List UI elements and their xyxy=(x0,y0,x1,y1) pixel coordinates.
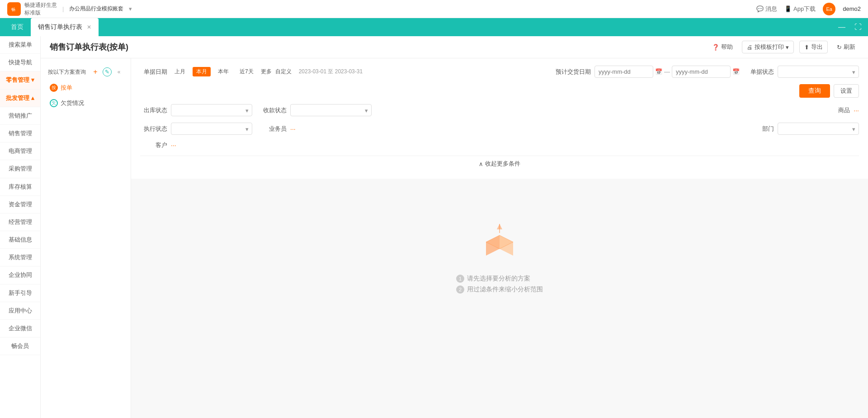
date-start-input[interactable] xyxy=(594,66,653,78)
salesperson-label: 业务员 xyxy=(259,125,287,133)
download-icon: 📱 xyxy=(784,5,792,12)
status-select[interactable] xyxy=(778,66,859,78)
filter-salesperson: 业务员 ··· xyxy=(259,125,296,133)
export-icon: ⬆ xyxy=(804,44,809,51)
date-last-month[interactable]: 上月 xyxy=(171,67,189,76)
date-custom-link[interactable]: 自定义 xyxy=(275,68,292,76)
delivery-status-select-wrapper xyxy=(171,104,252,116)
print-icon: 🖨 xyxy=(747,44,753,51)
date-end-input[interactable] xyxy=(672,66,731,78)
product-picker-button[interactable]: ··· xyxy=(854,107,859,114)
top-bar: 畅 畅捷通好生意 标准版 | 办公用品行业模拟账套 ▾ 💬 消息 📱 App下载… xyxy=(0,0,868,18)
filter-customer: 客户 ··· xyxy=(140,141,176,149)
sidebar-item-finance[interactable]: 资金管理 xyxy=(0,196,40,214)
filter-date-range-info: 2023-03-01 至 2023-03-31 xyxy=(299,68,363,76)
date-last7[interactable]: 近7天 xyxy=(236,67,257,76)
action-buttons: 查询 设置 xyxy=(140,84,859,98)
sidebar-item-inventory[interactable]: 库存核算 xyxy=(0,178,40,196)
customer-picker-button[interactable]: ··· xyxy=(171,142,176,149)
sidebar-item-newbie[interactable]: 新手引导 xyxy=(0,285,40,302)
query-button[interactable]: 查询 xyxy=(799,84,830,98)
sidebar-item-marketing[interactable]: 营销推广 xyxy=(0,107,40,125)
date-more-link[interactable]: 更多 xyxy=(261,68,272,76)
receipt-status-label: 收款状态 xyxy=(259,106,287,114)
date-this-year[interactable]: 本年 xyxy=(214,67,232,76)
sidebar-item-wholesale[interactable]: 批发管理 ▴ xyxy=(0,90,40,107)
sidebar-item-system[interactable]: 系统管理 xyxy=(0,249,40,266)
sidebar-item-enterprise[interactable]: 企业协同 xyxy=(0,266,40,284)
breadcrumb-arrow-icon[interactable]: ▾ xyxy=(129,5,132,12)
sidebar-item-sales[interactable]: 销售管理 xyxy=(0,125,40,142)
empty-step-1: 1 请先选择要分析的方案 xyxy=(456,275,543,283)
tab-maximize-button[interactable]: ⛶ xyxy=(852,21,864,33)
debt-icon: 欠 xyxy=(50,99,58,107)
status-label: 单据状态 xyxy=(747,68,774,76)
refresh-button[interactable]: ↻ 刷新 xyxy=(833,41,859,53)
page-actions: ❓ 帮助 🖨 按模板打印 ▾ ⬆ 导出 ↻ 刷新 xyxy=(708,41,859,53)
print-button[interactable]: 🖨 按模板打印 ▾ xyxy=(742,41,794,53)
edit-scheme-button[interactable]: ✎ xyxy=(103,67,112,76)
salesperson-picker-button[interactable]: ··· xyxy=(290,125,296,133)
sidebar-item-basic[interactable]: 基础信息 xyxy=(0,231,40,249)
tab-sales-order[interactable]: 销售订单执行表 ✕ xyxy=(31,18,99,36)
collapse-panel-button[interactable]: « xyxy=(114,67,123,76)
sidebar-item-wechat[interactable]: 企业微信 xyxy=(0,320,40,337)
svg-marker-7 xyxy=(497,224,502,229)
breadcrumb: 办公用品行业模拟账套 xyxy=(69,5,123,13)
sidebar-item-retail[interactable]: 零售管理 ▾ xyxy=(0,71,40,89)
collapse-filter-button[interactable]: ∧ 收起更多条件 xyxy=(140,156,859,171)
date-this-month[interactable]: 本月 xyxy=(193,67,211,76)
app-download-label: App下载 xyxy=(793,5,816,13)
content-area: 按以下方案查询 + ✎ « 按 按单 欠 欠货情况 xyxy=(41,58,868,418)
page-title: 销售订单执行表(按单) xyxy=(50,42,128,52)
expected-delivery-label: 预计交货日期 xyxy=(556,68,591,76)
tab-close-icon[interactable]: ✕ xyxy=(87,24,91,30)
filter-delivery-status: 出库状态 xyxy=(140,104,252,116)
retail-arrow-icon: ▾ xyxy=(31,76,34,84)
scheme-by-order[interactable]: 按 按单 xyxy=(41,80,131,95)
date-label: 单据日期 xyxy=(140,68,167,76)
exec-status-select[interactable] xyxy=(171,123,252,135)
breadcrumb-separator: | xyxy=(62,5,64,12)
export-button[interactable]: ⬆ 导出 xyxy=(799,41,828,53)
filter-status: 单据状态 xyxy=(747,66,859,78)
calendar-end-icon[interactable]: 📅 xyxy=(732,68,740,75)
status-select-wrapper xyxy=(778,66,859,78)
sidebar-item-member[interactable]: 畅会员 xyxy=(0,337,40,355)
message-button[interactable]: 💬 消息 xyxy=(756,5,777,13)
date-range-picker: 📅 — 📅 xyxy=(594,66,740,78)
help-button[interactable]: ❓ 帮助 xyxy=(708,41,736,53)
calendar-start-icon[interactable]: 📅 xyxy=(655,68,662,75)
tab-bar-actions: — ⛶ xyxy=(835,21,864,33)
filter-container: 单据日期 上月 本月 本年 近7天 更多 自定义 2023-03-01 至 20… xyxy=(131,58,868,179)
sidebar-item-operations[interactable]: 经营管理 xyxy=(0,214,40,231)
refresh-icon: ↻ xyxy=(837,44,842,51)
scheme-debt[interactable]: 欠 欠货情况 xyxy=(41,95,131,111)
user-name[interactable]: demo2 xyxy=(843,5,861,12)
sidebar-item-purchase[interactable]: 采购管理 xyxy=(0,160,40,178)
left-panel-actions: + ✎ « xyxy=(91,67,123,76)
delivery-status-select[interactable] xyxy=(171,104,252,116)
sidebar-item-app-center[interactable]: 应用中心 xyxy=(0,302,40,320)
receipt-status-select[interactable] xyxy=(290,104,372,116)
filter-receipt-status: 收款状态 xyxy=(259,104,372,116)
tab-home[interactable]: 首页 xyxy=(4,18,31,36)
tab-minimize-button[interactable]: — xyxy=(835,21,848,33)
sidebar-quick-nav[interactable]: 快捷导航 xyxy=(0,54,40,71)
sidebar-item-ecommerce[interactable]: 电商管理 xyxy=(0,142,40,160)
logo-icon: 畅 xyxy=(7,2,21,16)
add-scheme-button[interactable]: + xyxy=(91,67,100,76)
delivery-status-label: 出库状态 xyxy=(140,106,167,114)
app-download-button[interactable]: 📱 App下载 xyxy=(784,5,816,13)
empty-step-2: 2 用过滤条件来缩小分析范围 xyxy=(456,285,543,294)
filter-dept: 部门 xyxy=(747,123,859,135)
product-label: 商品 xyxy=(823,106,850,114)
dept-select[interactable] xyxy=(778,123,859,135)
sidebar-search[interactable]: 搜索菜单 xyxy=(0,36,40,54)
settings-button[interactable]: 设置 xyxy=(834,84,859,98)
filter-product: 商品 ··· xyxy=(823,106,859,114)
sidebar: 搜索菜单 快捷导航 零售管理 ▾ 批发管理 ▴ 营销推广 销售管理 电商管理 采… xyxy=(0,36,41,418)
message-icon: 💬 xyxy=(756,5,764,12)
filter-row-3: 执行状态 业务员 ··· 部门 xyxy=(140,123,859,135)
empty-text: 1 请先选择要分析的方案 2 用过滤条件来缩小分析范围 xyxy=(456,275,543,294)
